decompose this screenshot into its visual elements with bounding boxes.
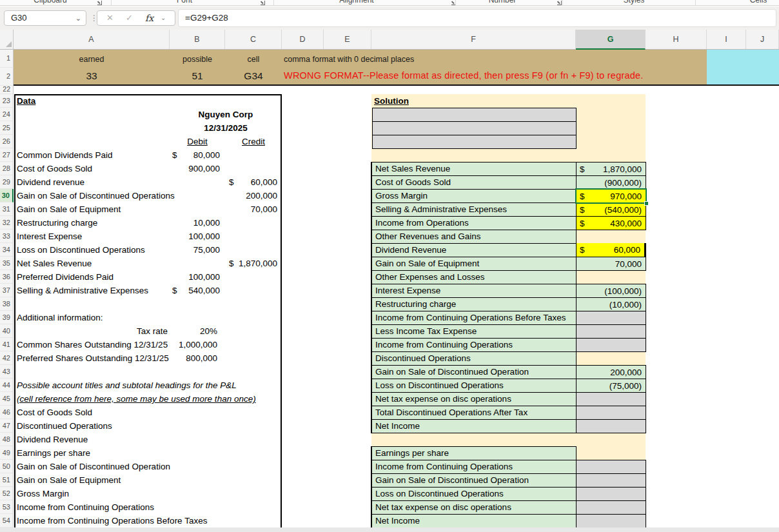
row-header-30[interactable]: 30: [0, 189, 14, 202]
solution-header-box[interactable]: [372, 108, 577, 122]
solution-label-cell[interactable]: Interest Expense: [371, 284, 577, 298]
row-header-37[interactable]: 37: [0, 284, 14, 297]
solution-value-cell[interactable]: (100,000): [576, 284, 646, 298]
solution-value-cell[interactable]: $60,000: [576, 243, 646, 257]
solution-label-cell[interactable]: Income from Continuing Operations: [371, 338, 577, 352]
cancel-icon[interactable]: ✕: [106, 11, 113, 25]
solution-value-cell[interactable]: $430,000: [576, 216, 646, 230]
row-header-26[interactable]: 26: [0, 135, 14, 148]
insert-function-icon[interactable]: fx: [145, 11, 153, 25]
solution-value-cell[interactable]: [576, 406, 646, 420]
row-header-44[interactable]: 44: [0, 379, 14, 392]
column-header-B[interactable]: B: [170, 30, 225, 49]
row-header-53[interactable]: 53: [0, 500, 14, 514]
dialog-launcher-icon[interactable]: [97, 1, 102, 5]
solution-value-cell[interactable]: [576, 311, 646, 325]
row-header-25[interactable]: 25: [0, 121, 14, 135]
row-header-42[interactable]: 42: [0, 351, 14, 365]
column-header-H[interactable]: H: [646, 30, 707, 49]
row-header-22[interactable]: 22: [0, 86, 14, 94]
row-header-23[interactable]: 23: [0, 94, 14, 108]
solution-value-cell[interactable]: (900,000): [576, 175, 646, 190]
column-header-D[interactable]: D: [282, 30, 324, 49]
solution-label-cell[interactable]: Discontinued Operations: [371, 351, 577, 366]
column-header-F[interactable]: F: [371, 30, 576, 49]
solution-value-cell[interactable]: 70,000: [576, 257, 646, 271]
solution-label-cell[interactable]: Earnings per share: [371, 446, 577, 460]
solution-label-cell[interactable]: Loss on Discontinued Operations: [371, 379, 577, 393]
solution-label-cell[interactable]: Gain on Sale of Discontinued Operation: [371, 365, 577, 379]
row-header-1[interactable]: 1: [0, 50, 14, 68]
row-header-48[interactable]: 48: [0, 433, 14, 446]
solution-value-cell[interactable]: [576, 324, 646, 339]
solution-label-cell[interactable]: Dividend Revenue: [371, 243, 577, 257]
solution-label-cell[interactable]: Income from Continuing Operations Before…: [371, 311, 577, 325]
fill-handle[interactable]: [644, 201, 649, 206]
row-header-36[interactable]: 36: [0, 270, 14, 284]
row-header-47[interactable]: 47: [0, 419, 14, 433]
column-header-J[interactable]: J: [746, 30, 779, 49]
solution-label-cell[interactable]: Restructuring charge: [371, 297, 577, 311]
chevron-down-icon[interactable]: ⌄: [75, 11, 81, 25]
row-header-51[interactable]: 51: [0, 473, 14, 487]
row-header-2[interactable]: 2: [0, 68, 14, 86]
dialog-launcher-icon[interactable]: [557, 1, 562, 5]
row-header-31[interactable]: 31: [0, 202, 14, 216]
row-header-33[interactable]: 33: [0, 230, 14, 243]
solution-value-cell[interactable]: (75,000): [576, 379, 646, 393]
dialog-launcher-icon[interactable]: [261, 1, 265, 5]
select-all-corner[interactable]: [0, 30, 14, 49]
row-header-41[interactable]: 41: [0, 338, 14, 351]
row-header-27[interactable]: 27: [0, 148, 14, 162]
solution-label-cell[interactable]: Loss on Discontinued Operations: [371, 487, 577, 501]
column-header-E[interactable]: E: [324, 30, 371, 49]
solution-value-cell[interactable]: [576, 500, 646, 515]
row-header-52[interactable]: 52: [0, 487, 14, 500]
solution-label-cell[interactable]: Cost of Goods Sold: [371, 175, 577, 190]
solution-label-cell[interactable]: Gain on Sale of Discontinued Operation: [371, 473, 577, 488]
earned-value[interactable]: 33: [14, 67, 170, 84]
solution-value-cell[interactable]: [576, 487, 646, 501]
column-header-I[interactable]: I: [707, 30, 746, 49]
row-header-46[interactable]: 46: [0, 406, 14, 419]
solution-value-cell[interactable]: $(540,000): [576, 202, 646, 217]
solution-value-cell[interactable]: $1,870,000: [576, 162, 646, 176]
row-header-29[interactable]: 29: [0, 175, 14, 189]
formula-input[interactable]: =G29+G28: [178, 9, 776, 27]
solution-label-cell[interactable]: Net tax expense on disc operations: [371, 392, 577, 406]
row-header-45[interactable]: 45: [0, 392, 14, 406]
solution-header-box[interactable]: [372, 135, 577, 149]
solution-value-cell[interactable]: [576, 419, 646, 433]
row-header-34[interactable]: 34: [0, 243, 14, 257]
solution-label-cell[interactable]: Other Revenues and Gains: [371, 230, 577, 244]
row-header-38[interactable]: 38: [0, 297, 14, 311]
solution-value-cell[interactable]: [576, 473, 646, 488]
solution-value-cell[interactable]: (10,000): [576, 297, 646, 311]
solution-label-cell[interactable]: Other Expenses and Losses: [371, 270, 577, 284]
row-header-50[interactable]: 50: [0, 460, 14, 473]
name-box[interactable]: G30 ⌄: [4, 10, 86, 26]
solution-value-cell[interactable]: [576, 338, 646, 352]
solution-label-cell[interactable]: Net Sales Revenue: [371, 162, 577, 176]
row-header-32[interactable]: 32: [0, 216, 14, 230]
solution-label-cell[interactable]: Income from Continuing Operations: [371, 460, 577, 474]
solution-label-cell[interactable]: Selling & Administrative Expenses: [371, 202, 577, 217]
solution-label-cell[interactable]: Gain on Sale of Equipment: [371, 257, 577, 271]
solution-header-box[interactable]: [372, 121, 577, 135]
solution-label-cell[interactable]: Net tax expense on disc operations: [371, 500, 577, 515]
solution-label-cell[interactable]: Gross Margin: [371, 189, 577, 203]
row-header-49[interactable]: 49: [0, 446, 14, 460]
row-header-54[interactable]: 54: [0, 514, 14, 527]
row-header-35[interactable]: 35: [0, 257, 14, 270]
solution-label-cell[interactable]: Total Discontinued Operations After Tax: [371, 406, 577, 420]
chevron-down-icon[interactable]: ⌄: [161, 11, 166, 25]
solution-label-cell[interactable]: Net Income: [371, 514, 577, 528]
solution-value-cell[interactable]: $970,000: [576, 189, 646, 203]
row-header-39[interactable]: 39: [0, 311, 14, 324]
solution-label-cell[interactable]: Net Income: [371, 419, 577, 433]
row-header-40[interactable]: 40: [0, 324, 14, 338]
solution-value-cell[interactable]: [576, 514, 646, 528]
row-header-43[interactable]: 43: [0, 365, 14, 379]
column-header-C[interactable]: C: [225, 30, 282, 49]
solution-label-cell[interactable]: Income from Operations: [371, 216, 577, 230]
